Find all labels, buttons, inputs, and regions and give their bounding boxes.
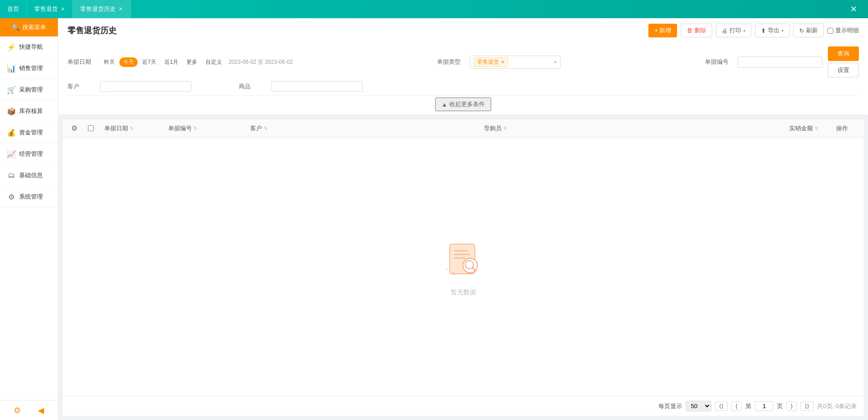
sidebar-item-inventory-label: 库存核算 [19,107,43,115]
sidebar-item-system-label: 系统管理 [19,193,43,201]
voucher-type-tag-close[interactable]: ✕ [501,59,505,65]
print-icon: 🖨 [722,27,728,34]
voucher-type-select[interactable]: 零售退货 ✕ ▾ [470,56,561,69]
filter-row-2: 客户 ... 商品 ... [67,81,859,92]
export-button[interactable]: ⬆ 导出 ▾ [755,24,790,37]
date-btn-month[interactable]: 近1月 [161,57,182,67]
collapse-button[interactable]: ▲ 收起更多条件 [435,97,491,111]
tab-retail-return-history[interactable]: 零售退货历史 ✕ [73,0,131,18]
content-area: 零售退货历史 + 新增 🗑 删除 🖨 🖨 打印 打印 ▾ ⬆ 导出 ▾ [58,18,868,420]
per-page-select[interactable]: 50 10 20 100 [686,401,711,411]
top-bar: 首页 零售退货 ✕ 零售退货历史 ✕ ✕ [0,0,868,18]
tab-retail-return-history-label: 零售退货历史 [80,5,116,13]
svg-rect-2 [454,250,468,251]
page-number-input[interactable] [755,401,773,411]
collapse-bar: ▲ 收起更多条件 [67,95,859,115]
inventory-icon: 📦 [7,107,15,115]
tab-home[interactable]: 首页 [0,0,27,18]
tab-retail-return-close[interactable]: ✕ [61,6,65,12]
empty-state-image [441,237,486,283]
total-text: 共0页, 0条记录 [817,402,857,410]
refresh-button[interactable]: ↻ 刷新 [793,24,824,37]
svg-point-9 [447,268,448,270]
last-page-button[interactable]: ⟩⟩ [801,401,813,411]
col-amount[interactable]: 实销金额 ⇅ [769,121,824,136]
close-window-button[interactable]: ✕ [847,4,861,14]
filter-row-1: 单据日期 昨天 今天 近7天 近1月 更多 自定义 2023-06-02 至 2… [67,46,859,77]
date-btn-more[interactable]: 更多 [183,57,201,67]
settings-foot-icon[interactable]: ⚙ [14,405,21,415]
page-label: 第 [745,402,751,410]
sidebar-item-finance[interactable]: 💰 资金管理 [0,122,58,143]
tab-bar: 首页 零售退货 ✕ 零售退货历史 ✕ [0,0,847,18]
col-voucher-date[interactable]: 单据日期 ⇅ [99,121,163,136]
sidebar-item-finance-label: 资金管理 [19,128,43,137]
new-button[interactable]: + 新增 [648,24,677,37]
sidebar-item-basic-info[interactable]: 🗂 基础信息 [0,165,58,186]
display-detail-checkbox[interactable] [827,28,833,34]
query-settings-buttons: 查询 设置 [828,46,859,77]
svg-point-8 [452,272,455,275]
customer-placeholder: ... [104,83,109,90]
tab-retail-return[interactable]: 零售退货 ✕ [27,0,73,18]
page-title-row: 零售退货历史 + 新增 🗑 删除 🖨 🖨 打印 打印 ▾ ⬆ 导出 ▾ [67,24,859,37]
customer-input[interactable]: ... [100,81,191,92]
voucher-type-arrow: ▾ [554,59,557,65]
col-voucher-date-sort: ⇅ [130,126,134,131]
operations-icon: 📈 [7,150,15,158]
col-customer-label: 客户 [250,124,262,133]
query-button[interactable]: 查询 [828,46,859,61]
goods-input[interactable]: ... [272,81,363,92]
col-voucher-no[interactable]: 单据编号 ⇅ [163,121,245,136]
col-voucher-no-sort: ⇅ [194,126,197,131]
date-btn-yesterday[interactable]: 昨天 [100,57,118,67]
col-guide-label: 导购员 [484,124,502,133]
date-filter-options: 昨天 今天 近7天 近1月 更多 自定义 2023-06-02 至 2023-0… [100,57,293,67]
basic-info-icon: 🗂 [7,171,15,179]
date-btn-week[interactable]: 近7天 [139,57,160,67]
table-settings-icon[interactable]: ⚙ [66,124,82,133]
col-action-label: 操作 [836,124,848,133]
sidebar-item-purchase[interactable]: 🛒 采购管理 [0,79,58,101]
col-amount-sort: ⇅ [815,126,818,131]
sales-icon: 📊 [7,64,15,72]
col-guide-sort: ⇅ [503,126,507,131]
table-footer: 每页显示 50 10 20 100 ⟨⟨ ⟨ 第 页 ⟩ ⟩⟩ 共0页, 0条记… [62,396,864,416]
main-layout: 🔍 搜索菜单 ⚡ 快捷导航 📊 销售管理 🛒 采购管理 📦 库存核算 💰 [0,18,868,420]
sidebar-search[interactable]: 🔍 搜索菜单 [0,18,58,36]
col-customer[interactable]: 客户 ⇅ [245,121,478,136]
voucher-date-label: 单据日期 [67,58,95,66]
page-unit: 页 [777,402,783,410]
tab-retail-return-label: 零售退货 [34,5,58,13]
sidebar-item-sales[interactable]: 📊 销售管理 [0,58,58,79]
prev-page-button[interactable]: ⟨ [731,401,742,411]
first-page-button[interactable]: ⟨⟨ [715,401,728,411]
filter-area: 单据日期 昨天 今天 近7天 近1月 更多 自定义 2023-06-02 至 2… [67,43,859,115]
table-container: ⚙ 单据日期 ⇅ 单据编号 ⇅ 客户 ⇅ 导购员 ⇅ [62,119,864,416]
svg-rect-4 [454,257,466,259]
sidebar-item-quick-nav-label: 快捷导航 [19,43,43,51]
sidebar-item-inventory[interactable]: 📦 库存核算 [0,101,58,122]
goods-label: 商品 [239,82,266,91]
display-toggle: 显示明细 [827,26,859,35]
sidebar-item-basic-info-label: 基础信息 [19,171,43,179]
collapse-sidebar-icon[interactable]: ◀ [38,405,44,415]
date-range-display: 2023-06-02 至 2023-06-02 [228,58,293,66]
print-button[interactable]: 🖨 🖨 打印 打印 ▾ [716,24,751,37]
next-page-button[interactable]: ⟩ [786,401,797,411]
sidebar-item-operations-label: 经营管理 [19,150,43,158]
select-all-checkbox[interactable] [88,125,94,131]
svg-rect-3 [454,254,470,255]
delete-button[interactable]: 🗑 删除 [681,24,712,37]
date-btn-custom[interactable]: 自定义 [202,57,226,67]
sidebar-item-operations[interactable]: 📈 经营管理 [0,143,58,165]
tab-retail-return-history-close[interactable]: ✕ [118,6,123,12]
sidebar-item-system[interactable]: ⚙ 系统管理 [0,186,58,208]
sidebar-item-quick-nav[interactable]: ⚡ 快捷导航 [0,36,58,58]
date-btn-today[interactable]: 今天 [119,57,138,67]
voucher-no-input[interactable] [738,56,822,68]
per-page-label: 每页显示 [658,402,682,410]
table-select-all[interactable] [82,125,99,131]
col-guide[interactable]: 导购员 ⇅ [478,121,547,136]
settings-button[interactable]: 设置 [828,63,859,77]
